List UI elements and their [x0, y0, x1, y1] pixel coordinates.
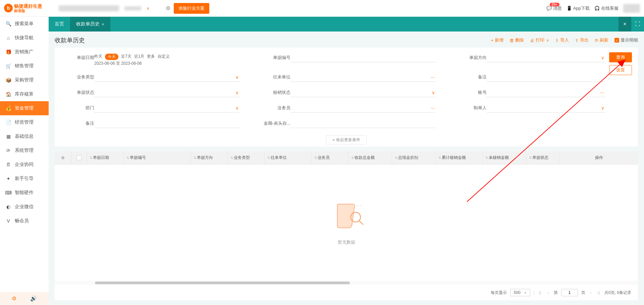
dept-input[interactable] — [94, 106, 235, 111]
delete-button[interactable]: 🗑删除 — [509, 37, 524, 43]
trial-button[interactable]: 体验行业方案 — [174, 3, 209, 14]
date-opt-yesterday[interactable]: 昨天 — [94, 54, 102, 60]
col-writeoff[interactable]: ⇅累计核销金额 — [436, 151, 483, 164]
col-biztype[interactable]: ⇅业务类型 — [228, 151, 265, 164]
sort-icon: ⇅ — [267, 156, 270, 160]
chevron-down-icon[interactable]: ∨ — [235, 106, 239, 111]
sidebar-item-search[interactable]: 🔍搜索菜单 — [0, 17, 49, 31]
horizontal-scrollbar[interactable] — [55, 281, 638, 285]
box-icon: 📦 — [5, 77, 11, 83]
headset-icon: 🎧 — [594, 6, 600, 11]
fullscreen-icon[interactable]: ⛶ — [631, 17, 644, 32]
chevron-down-icon[interactable]: ∨ — [600, 55, 605, 60]
sidebar-item-wechat[interactable]: ◐企业微信 — [0, 200, 49, 214]
sidebar-item-operation[interactable]: 📄经营管理 — [0, 115, 49, 129]
biz-type-input[interactable] — [94, 75, 235, 80]
refresh-button[interactable]: ⟳刷新 — [595, 37, 608, 43]
chevron-down-icon[interactable]: ∨ — [431, 90, 436, 95]
chevron-down-icon[interactable]: ∨ — [235, 75, 239, 80]
brand-edition: 标准版 — [14, 9, 42, 13]
doc-no-input[interactable] — [290, 55, 436, 60]
col-docno[interactable]: ⇅单据编号 — [124, 151, 191, 164]
pager-next[interactable]: › — [589, 290, 593, 295]
date-opt-1m[interactable]: 近1月 — [134, 54, 145, 60]
filter-biz-type: 业务类型 ∨ — [61, 73, 239, 82]
sidebar-item-basics[interactable]: ▦基础信息 — [0, 129, 49, 143]
messages-link[interactable]: 💬 99+ 消息 — [546, 5, 562, 11]
brand-name: 畅捷通好生意 — [14, 3, 42, 9]
date-opt-7d[interactable]: 近7天 — [121, 54, 131, 60]
sidebar-item-quicknav[interactable]: ⌂快捷导航 — [0, 31, 49, 45]
print-button[interactable]: 🖨打印∨ — [530, 37, 549, 43]
table-settings-icon[interactable]: ⚙ — [55, 151, 71, 164]
direction-input[interactable] — [487, 55, 600, 60]
more-icon[interactable]: ⋯ — [430, 75, 436, 80]
tab-receipt-history[interactable]: 收款单历史 × — [70, 17, 110, 32]
creator-input[interactable] — [487, 106, 600, 111]
select-all-checkbox[interactable] — [71, 151, 87, 164]
close-icon[interactable]: × — [102, 22, 104, 27]
date-opt-today[interactable]: 今天 — [105, 54, 118, 60]
remark2-input[interactable] — [94, 121, 239, 126]
col-status[interactable]: ⇅单据状态 — [526, 151, 560, 164]
col-direction[interactable]: ⇅单据方向 — [191, 151, 228, 164]
col-date[interactable]: ⇅单据日期 — [87, 151, 124, 164]
show-detail-toggle[interactable]: ✓显示明细 — [614, 37, 638, 43]
sidebar-item-finance[interactable]: 💰资金管理 — [0, 101, 49, 115]
collapse-filters-button[interactable]: «收起更多条件 — [326, 135, 367, 144]
sidebar-item-sales[interactable]: 🛒销售管理 — [0, 59, 49, 73]
more-icon[interactable]: ⋯ — [599, 90, 605, 95]
sidebar-item-collab[interactable]: 🗓企业协同 — [0, 158, 49, 172]
sidebar-item-system[interactable]: ⟳系统管理 — [0, 143, 49, 158]
pager-last[interactable]: ›| — [596, 290, 601, 295]
settings-gear-icon[interactable]: ⚙ — [166, 5, 170, 11]
user-avatar-blurred[interactable] — [623, 4, 640, 13]
gear-icon[interactable]: ⚙ — [12, 295, 16, 302]
account-input[interactable] — [487, 90, 599, 95]
export-button[interactable]: ⇧导出 — [575, 37, 589, 43]
chevron-down-icon[interactable]: ∨ — [235, 90, 239, 95]
sidebar-item-newbie[interactable]: ✦新手引导 — [0, 172, 49, 186]
col-operator[interactable]: ⇅业务员 — [312, 151, 348, 164]
import-button[interactable]: ⇩导入 — [555, 37, 569, 43]
filter-setting-button[interactable]: 设置 — [609, 65, 632, 75]
company-switcher[interactable]: ∨ — [49, 5, 162, 11]
filter-label: 单据方向 — [453, 54, 487, 61]
app-download-link[interactable]: 📱 App下载 — [567, 5, 590, 11]
per-page-value: 500 — [514, 290, 521, 295]
sidebar-item-purchase[interactable]: 📦采购管理 — [0, 73, 49, 87]
col-partner[interactable]: ⇅往来单位 — [265, 151, 312, 164]
sidebar-item-hardware[interactable]: ⌨智能硬件 — [0, 186, 49, 200]
col-total[interactable]: ⇅收款总金额 — [348, 151, 392, 164]
more-icon[interactable]: ⋯ — [430, 106, 436, 111]
sidebar-item-vip[interactable]: V畅会员 — [0, 214, 49, 228]
doc-status-input[interactable] — [94, 90, 235, 95]
print-icon: 🖨 — [530, 38, 534, 43]
tab-home[interactable]: 首页 — [49, 17, 70, 32]
per-page-select[interactable]: 500∨ — [510, 289, 530, 296]
sidebar-item-marketing[interactable]: 🎁营销推广 — [0, 45, 49, 59]
amount-header-input[interactable] — [290, 121, 436, 126]
operator-input[interactable] — [290, 106, 430, 111]
date-opt-custom[interactable]: 自定义 — [158, 54, 170, 60]
add-button[interactable]: +新增 — [491, 37, 503, 43]
remark-input[interactable] — [487, 75, 605, 80]
date-opt-more[interactable]: 更多 — [147, 54, 155, 60]
filter-panel: 单据日期 昨天 今天 近7天 近1月 更多 自定义 2 — [55, 48, 638, 146]
top-bar: b 畅捷通好生意 标准版 ∨ ⚙ 体验行业方案 💬 99+ 消息 📱 App下载 — [0, 0, 644, 17]
query-button[interactable]: 查询 — [609, 52, 632, 62]
support-link[interactable]: 🎧 在线客服 — [594, 5, 619, 11]
col-discount[interactable]: ⇅总现金折扣 — [392, 151, 436, 164]
tab-close-all[interactable]: × — [619, 17, 631, 32]
sidebar-item-inventory[interactable]: 🏠库存核算 — [0, 87, 49, 101]
speaker-icon[interactable]: 🔊 — [30, 295, 37, 302]
partner-input[interactable] — [290, 75, 430, 80]
filter-writeoff-status: 核销状态 ∨ — [257, 88, 436, 97]
col-unwriteoff[interactable]: ⇅未核销金额 — [483, 151, 526, 164]
chevron-down-icon[interactable]: ∨ — [600, 106, 605, 111]
pager-prev[interactable]: ‹ — [546, 290, 550, 295]
pager-first[interactable]: |‹ — [538, 290, 543, 295]
chat-icon: 💬 — [546, 6, 552, 11]
writeoff-status-input[interactable] — [290, 90, 431, 95]
page-input[interactable] — [561, 289, 578, 296]
